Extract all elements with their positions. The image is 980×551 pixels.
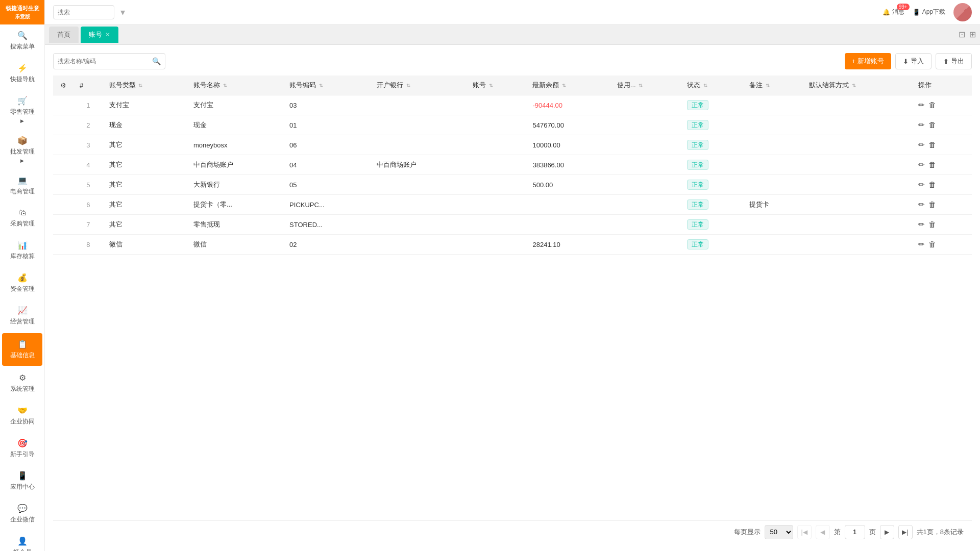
col-default-settle[interactable]: 默认结算方式 ⇅ [803, 76, 912, 95]
col-type[interactable]: 账号类型 ⇅ [103, 76, 187, 95]
row-actions: ✏ 🗑 [912, 115, 972, 135]
sidebar-item-label: 经营管理 [10, 317, 35, 326]
add-account-button[interactable]: + 新增账号 [845, 53, 891, 69]
tab-account-close[interactable]: ✕ [105, 31, 110, 38]
row-type: 现金 [103, 115, 187, 135]
edit-button[interactable]: ✏ [918, 101, 925, 110]
row-bank [371, 115, 467, 135]
delete-button[interactable]: 🗑 [928, 180, 936, 189]
sidebar-item-label: 应用中心 [10, 483, 35, 491]
row-usage [611, 235, 681, 255]
tab-account[interactable]: 账号 ✕ [81, 27, 118, 43]
import-button[interactable]: ⬇ 导入 [895, 53, 932, 69]
table-row: 7 其它 零售抵现 STORED... 正常 ✏ 🗑 [53, 215, 972, 235]
col-account[interactable]: 账号 ⇅ [467, 76, 526, 95]
row-balance: -90444.00 [526, 95, 610, 115]
sidebar-item-agreement[interactable]: 🤝企业协同 [0, 399, 44, 432]
arrow-icon: ▶ [20, 118, 24, 123]
user-avatar[interactable] [953, 3, 972, 21]
messages-button[interactable]: 🔔 消息 99+ [883, 8, 904, 16]
edit-button[interactable]: ✏ [918, 240, 925, 249]
messages-badge: 99+ [897, 4, 910, 10]
row-num: 2 [74, 115, 103, 135]
row-name: 零售抵现 [187, 215, 283, 235]
dropdown-icon[interactable]: ▾ [120, 7, 125, 18]
search-icon: 🔍 [152, 57, 161, 65]
delete-button[interactable]: 🗑 [928, 200, 936, 209]
col-bank[interactable]: 开户银行 ⇅ [371, 76, 467, 95]
row-settings [53, 155, 74, 175]
delete-button[interactable]: 🗑 [928, 101, 936, 109]
pagination: 每页显示 50 100 200 |◀ ◀ 第 页 ▶ ▶| 共1页，8条记录 [53, 520, 972, 543]
app-download-button[interactable]: 📱 App下载 [913, 8, 945, 16]
col-num: # [74, 76, 103, 95]
sidebar-item-wholesale[interactable]: 📦批发管理▶ [0, 130, 44, 169]
page-label: 第 [834, 528, 841, 537]
first-page-button[interactable]: |◀ [797, 525, 812, 539]
search-input[interactable] [58, 58, 152, 65]
edit-button[interactable]: ✏ [918, 140, 925, 149]
sidebar-item-ecommerce[interactable]: 💻电商管理 [0, 169, 44, 202]
sidebar-item-label: 采购管理 [10, 219, 35, 228]
sidebar-item-inventory[interactable]: 📊库存核算 [0, 234, 44, 267]
row-default-settle [803, 155, 912, 175]
edit-button[interactable]: ✏ [918, 200, 925, 209]
header-search-input[interactable] [53, 5, 114, 19]
next-page-button[interactable]: ▶ [880, 525, 894, 539]
tab-home[interactable]: 首页 [49, 27, 79, 43]
tab-maximize-button[interactable]: ⊞ [969, 30, 976, 39]
tab-minimize-button[interactable]: ⊡ [959, 30, 965, 39]
edit-button[interactable]: ✏ [918, 120, 925, 130]
sidebar-item-basic[interactable]: 📋基础信息 [2, 333, 42, 366]
col-usage[interactable]: 使用... ⇅ [611, 76, 681, 95]
last-page-button[interactable]: ▶| [898, 525, 913, 539]
edit-button[interactable]: ✏ [918, 220, 925, 229]
prev-page-button[interactable]: ◀ [816, 525, 830, 539]
sidebar-item-app_center[interactable]: 📱应用中心 [0, 465, 44, 497]
sidebar-item-operations[interactable]: 📈经营管理 [0, 299, 44, 332]
edit-button[interactable]: ✏ [918, 180, 925, 189]
sidebar-item-shortcut[interactable]: ⚡快捷导航 [0, 57, 44, 90]
delete-button[interactable]: 🗑 [928, 140, 936, 149]
edit-button[interactable]: ✏ [918, 160, 925, 169]
row-actions: ✏ 🗑 [912, 95, 972, 115]
sidebar-item-label: 系统管理 [10, 385, 35, 393]
export-button[interactable]: ⬆ 导出 [936, 53, 972, 69]
row-settings [53, 195, 74, 215]
page-number-input[interactable] [845, 525, 865, 539]
status-badge: 正常 [687, 100, 708, 110]
tab-account-label: 账号 [89, 30, 102, 39]
delete-button[interactable]: 🗑 [928, 220, 936, 229]
row-account [467, 135, 526, 155]
sidebar-item-system[interactable]: ⚙系统管理 [0, 367, 44, 399]
sidebar-item-finance[interactable]: 💰资金管理 [0, 267, 44, 299]
delete-button[interactable]: 🗑 [928, 240, 936, 248]
col-name[interactable]: 账号名称 ⇅ [187, 76, 283, 95]
row-name: 中百商场账户 [187, 155, 283, 175]
row-num: 7 [74, 215, 103, 235]
status-badge: 正常 [687, 140, 708, 150]
col-remark[interactable]: 备注 ⇅ [743, 76, 803, 95]
row-status: 正常 [681, 195, 743, 215]
sidebar-item-retail[interactable]: 🛒零售管理▶ [0, 90, 44, 130]
row-name: 现金 [187, 115, 283, 135]
row-balance [526, 195, 610, 215]
sidebar-item-wechat[interactable]: 💬企业微信 [0, 497, 44, 530]
sidebar-item-purchase[interactable]: 🛍采购管理 [0, 202, 44, 234]
delete-button[interactable]: 🗑 [928, 120, 936, 129]
sidebar-item-guide[interactable]: 🎯新手引导 [0, 432, 44, 465]
row-num: 5 [74, 175, 103, 195]
page-size-select[interactable]: 50 100 200 [765, 525, 793, 539]
sidebar-item-member[interactable]: 👤畅会员 [0, 530, 44, 551]
sidebar-item-search[interactable]: 🔍搜索菜单 [0, 24, 44, 57]
row-balance: 28241.10 [526, 235, 610, 255]
col-code[interactable]: 账号编码 ⇅ [283, 76, 371, 95]
row-bank [371, 175, 467, 195]
row-actions: ✏ 🗑 [912, 155, 972, 175]
app-title: 畅捷通时生意 乐意版 [6, 5, 39, 19]
col-status[interactable]: 状态 ⇅ [681, 76, 743, 95]
col-balance[interactable]: 最新余额 ⇅ [526, 76, 610, 95]
status-badge: 正常 [687, 239, 708, 249]
col-settings[interactable]: ⚙ [53, 76, 74, 95]
delete-button[interactable]: 🗑 [928, 160, 936, 169]
